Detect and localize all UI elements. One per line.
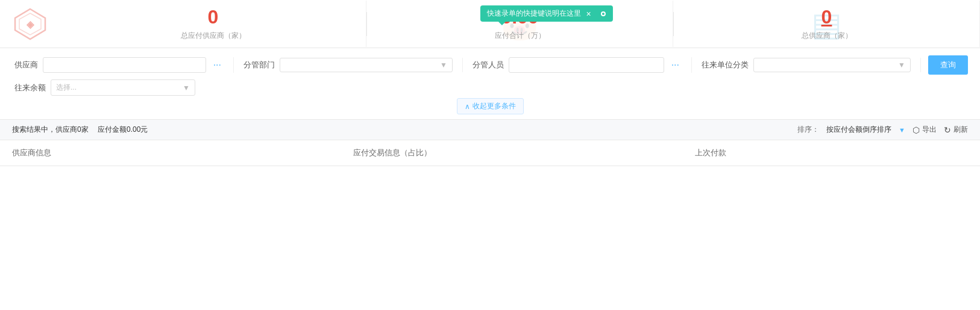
unit-class-filter-label: 往来单位分类 (702, 60, 749, 70)
stat-payable-supplier-label: 总应付供应商（家） (181, 31, 246, 41)
sort-select[interactable]: 按应付会额倒序排序 (826, 125, 891, 135)
stat-payable-total: 🐷 快速录单的快捷键说明在这里 × 0.00 应付合计（万） (367, 1, 673, 46)
result-amount-value: 0.00元 (127, 125, 148, 134)
filter-unit-class: 往来单位分类 ▼ (692, 58, 921, 72)
stat-payable-supplier-number: 0 (208, 7, 219, 28)
filter-supplier: 供应商 ··· (12, 57, 234, 73)
result-info: 搜索结果中，供应商0家 应付金额0.00元 (12, 125, 148, 135)
sort-chevron-icon: ▼ (899, 126, 905, 134)
table-body (0, 166, 980, 310)
refresh-button[interactable]: ↻ 刷新 (944, 125, 968, 135)
filter-balance: 往来余额 选择... ▼ (12, 79, 205, 96)
col-supplier-header: 供应商信息 (12, 147, 353, 158)
stat-total-supplier-number: 0 (821, 7, 832, 28)
collapse-up-icon: ∧ (465, 102, 470, 111)
unit-class-filter-select[interactable]: ▼ (753, 58, 911, 72)
stat-total-supplier: ▤ 0 总供应商（家） (674, 1, 980, 46)
collapse-row: ∧ 收起更多条件 (12, 98, 968, 114)
svg-text:◈: ◈ (26, 19, 35, 29)
query-button[interactable]: 查询 (928, 55, 968, 75)
col-transaction-header: 应付交易信息（占比） (353, 147, 694, 158)
unit-class-dropdown-icon: ▼ (898, 61, 905, 69)
collapse-label: 收起更多条件 (473, 101, 516, 111)
stat-total-supplier-label: 总供应商（家） (802, 31, 852, 41)
balance-filter-select[interactable]: 选择... ▼ (51, 79, 195, 96)
result-supplier-count: 0家 (77, 125, 89, 134)
export-icon: ⬡ (912, 125, 920, 135)
filter-row-1: 供应商 ··· 分管部门 ▼ 分管人员 ··· 往来单位分类 ▼ 查询 (12, 55, 968, 75)
stat-payable-amount-label: 应付合计（万） (495, 31, 545, 41)
filter-row-2: 往来余额 选择... ▼ (12, 79, 968, 96)
filter-person: 分管人员 ··· (463, 57, 692, 73)
tooltip-dot-indicator (601, 11, 606, 16)
col-payment-header: 上次付款 (695, 147, 968, 158)
sort-label: 排序： (797, 125, 819, 135)
stat-total-payable-supplier: 0 总应付供应商（家） (60, 1, 366, 46)
department-filter-label: 分管部门 (243, 60, 275, 70)
result-actions: 排序： 按应付会额倒序排序 ▼ ⬡ 导出 ↻ 刷新 (797, 125, 968, 135)
table-header: 供应商信息 应付交易信息（占比） 上次付款 (0, 140, 980, 166)
supplier-filter-label: 供应商 (14, 60, 38, 70)
refresh-icon: ↻ (944, 125, 951, 135)
tooltip-text: 快速录单的快捷键说明在这里 (487, 8, 581, 19)
balance-placeholder: 选择... (56, 82, 77, 93)
filter-bar: 供应商 ··· 分管部门 ▼ 分管人员 ··· 往来单位分类 ▼ 查询 (0, 48, 980, 120)
balance-dropdown-icon: ▼ (183, 84, 190, 92)
balance-filter-label: 往来余额 (14, 82, 46, 93)
shortcut-tooltip: 快速录单的快捷键说明在这里 × (480, 5, 612, 22)
supplier-filter-dots[interactable]: ··· (211, 58, 224, 72)
result-bar: 搜索结果中，供应商0家 应付金额0.00元 排序： 按应付会额倒序排序 ▼ ⬡ … (0, 120, 980, 140)
collapse-button[interactable]: ∧ 收起更多条件 (457, 98, 524, 114)
supplier-filter-input[interactable] (43, 57, 206, 73)
person-filter-dots[interactable]: ··· (669, 58, 682, 72)
refresh-label: 刷新 (953, 125, 968, 135)
person-filter-input[interactable] (509, 57, 664, 73)
tooltip-close-button[interactable]: × (586, 10, 591, 18)
person-filter-label: 分管人员 (473, 60, 504, 70)
filter-department: 分管部门 ▼ (234, 58, 463, 72)
department-dropdown-icon: ▼ (440, 61, 447, 69)
result-amount-prefix: 应付金额 (98, 125, 127, 134)
logo-icon: ◈ (12, 6, 48, 42)
result-info-prefix: 搜索结果中，供应商 (12, 125, 77, 134)
department-filter-select[interactable]: ▼ (280, 58, 453, 72)
export-button[interactable]: ⬡ 导出 (912, 125, 937, 135)
stats-bar: ◈ 0 总应付供应商（家） 🐷 快速录单的快捷键说明在这里 × 0.00 应付合… (0, 0, 980, 48)
export-label: 导出 (922, 125, 937, 135)
